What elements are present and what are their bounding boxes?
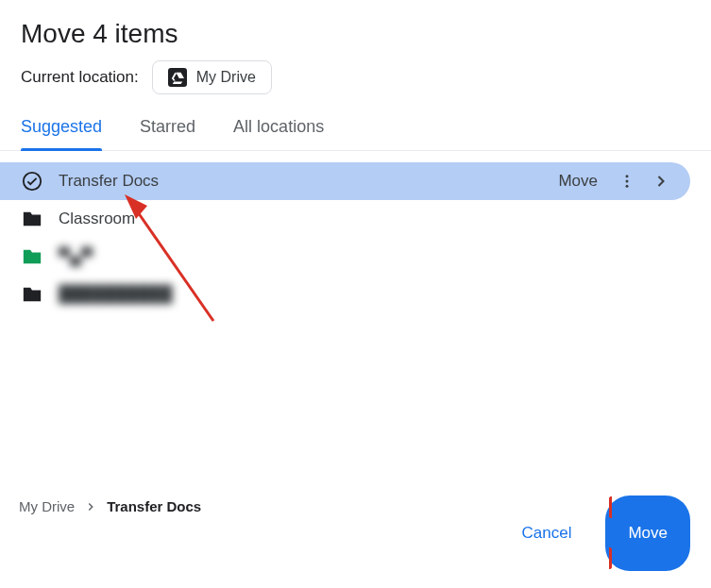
current-location-label: Current location: (21, 68, 139, 87)
folder-icon (21, 283, 43, 306)
more-vert-icon[interactable] (617, 171, 637, 192)
list-item-label: ██████████ (59, 285, 692, 304)
svg-point-0 (24, 173, 41, 190)
current-location-chip-label: My Drive (196, 69, 256, 86)
list-item[interactable]: ▀▄▀ (0, 238, 711, 276)
svg-point-3 (626, 185, 629, 188)
inline-move-button[interactable]: Move (558, 172, 598, 191)
folder-shared-icon (21, 245, 43, 268)
breadcrumb: My Drive Transfer Docs (19, 498, 201, 514)
chevron-right-icon (84, 500, 97, 513)
drive-icon (168, 68, 187, 87)
check-circle-icon (21, 170, 43, 193)
dialog-title: Move 4 items (0, 0, 711, 60)
current-location-chip[interactable]: My Drive (152, 60, 272, 94)
list-item-label: Transfer Docs (59, 172, 558, 191)
folder-icon (21, 208, 43, 230)
svg-point-1 (626, 175, 629, 177)
breadcrumb-root[interactable]: My Drive (19, 498, 75, 514)
move-button[interactable]: Move (609, 516, 686, 550)
list-item-label: ▀▄▀ (59, 247, 692, 266)
cancel-button[interactable]: Cancel (516, 514, 578, 552)
svg-point-2 (626, 180, 629, 183)
chevron-right-icon[interactable] (651, 171, 671, 192)
breadcrumb-current: Transfer Docs (107, 498, 201, 514)
move-button-highlight: Move (605, 496, 690, 571)
tab-all-locations[interactable]: All locations (233, 117, 324, 150)
tab-starred[interactable]: Starred (140, 117, 195, 150)
current-location-row: Current location: My Drive (0, 60, 711, 104)
list-item-transfer-docs[interactable]: Transfer Docs Move (0, 162, 690, 200)
annotation-highlight-box: Move (609, 496, 686, 569)
folder-list: Transfer Docs Move Classroom ▀▄▀ (0, 151, 711, 313)
list-item-classroom[interactable]: Classroom (0, 200, 711, 238)
list-item-label: Classroom (59, 210, 692, 228)
list-item[interactable]: ██████████ (0, 276, 711, 313)
tab-suggested[interactable]: Suggested (21, 117, 102, 150)
tabs: Suggested Starred All locations (0, 104, 711, 151)
dialog-actions: Cancel Move (516, 496, 691, 571)
